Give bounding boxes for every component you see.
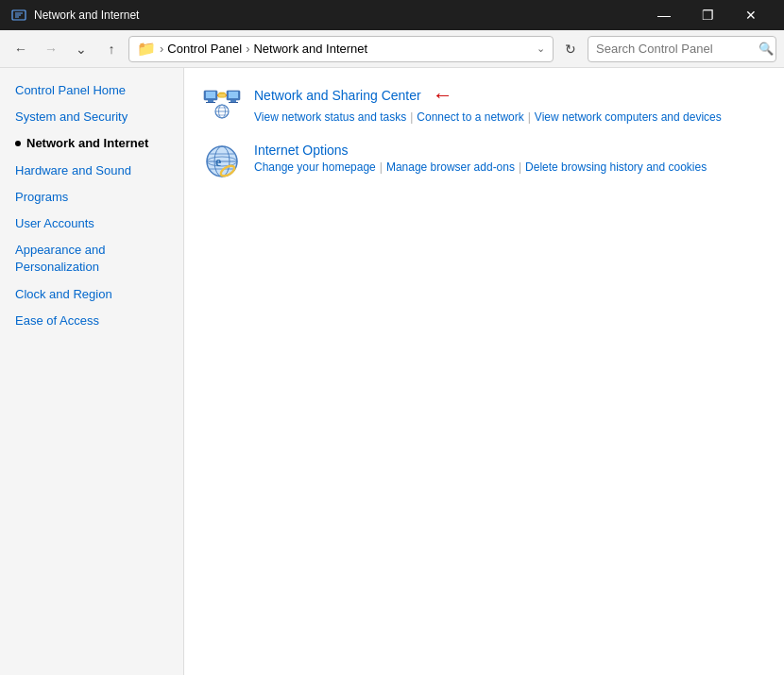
breadcrumb-control-panel[interactable]: Control Panel bbox=[167, 42, 242, 56]
window-controls: — ❐ ✕ bbox=[642, 0, 773, 30]
window-icon bbox=[11, 8, 26, 23]
internet-options-section: e Internet Options Change your homepage … bbox=[203, 143, 765, 180]
breadcrumb-separator-2: › bbox=[246, 42, 249, 56]
search-icon: 🔍 bbox=[758, 42, 774, 56]
sidebar-label: Control Panel Home bbox=[15, 82, 126, 99]
network-sharing-icon bbox=[203, 83, 241, 121]
content-area: Network and Sharing Center ← View networ… bbox=[184, 68, 784, 675]
search-box[interactable]: 🔍 bbox=[588, 36, 776, 62]
address-path[interactable]: 📁 › Control Panel › Network and Internet… bbox=[128, 36, 554, 62]
restore-button[interactable]: ❐ bbox=[686, 0, 729, 30]
breadcrumb-separator-1: › bbox=[160, 42, 163, 56]
sidebar-item-clock-region[interactable]: Clock and Region bbox=[0, 281, 183, 308]
sidebar-item-appearance[interactable]: Appearance and Personalization bbox=[0, 237, 183, 280]
sidebar-label: Appearance and Personalization bbox=[15, 242, 168, 276]
internet-options-links: Change your homepage | Manage browser ad… bbox=[254, 160, 765, 174]
sep-4: | bbox=[519, 160, 521, 174]
sidebar-item-control-panel-home[interactable]: Control Panel Home bbox=[0, 77, 183, 104]
title-bar: Network and Internet — ❐ ✕ bbox=[0, 0, 784, 30]
main-container: Control Panel Home System and Security N… bbox=[0, 68, 784, 675]
network-sharing-section: Network and Sharing Center ← View networ… bbox=[203, 83, 765, 124]
sidebar: Control Panel Home System and Security N… bbox=[0, 68, 184, 675]
dropdown-arrow[interactable]: ⌄ bbox=[537, 42, 545, 55]
sep-1: | bbox=[410, 110, 413, 124]
svg-rect-9 bbox=[229, 92, 238, 98]
breadcrumb-network-internet[interactable]: Network and Internet bbox=[253, 42, 367, 56]
search-input[interactable] bbox=[596, 42, 755, 56]
close-button[interactable]: ✕ bbox=[729, 0, 773, 30]
manage-addons-link[interactable]: Manage browser add-ons bbox=[386, 160, 515, 174]
svg-rect-5 bbox=[206, 92, 215, 98]
sidebar-label: Ease of Access bbox=[15, 312, 99, 329]
sidebar-item-programs[interactable]: Programs bbox=[0, 184, 183, 211]
sidebar-item-hardware-sound[interactable]: Hardware and Sound bbox=[0, 158, 183, 184]
forward-button[interactable]: → bbox=[38, 36, 64, 62]
back-button[interactable]: ← bbox=[8, 36, 34, 62]
minimize-button[interactable]: — bbox=[642, 0, 686, 30]
address-bar: ← → ⌄ ↑ 📁 › Control Panel › Network and … bbox=[0, 30, 784, 68]
delete-history-link[interactable]: Delete browsing history and cookies bbox=[525, 160, 707, 174]
sidebar-label: Programs bbox=[15, 189, 68, 206]
svg-rect-14 bbox=[218, 93, 226, 97]
svg-rect-10 bbox=[230, 100, 236, 102]
window-title: Network and Internet bbox=[34, 8, 642, 22]
sidebar-label: Clock and Region bbox=[15, 286, 112, 303]
sidebar-label: System and Security bbox=[15, 109, 128, 126]
change-homepage-link[interactable]: Change your homepage bbox=[254, 160, 376, 174]
red-arrow: ← bbox=[433, 83, 453, 108]
sidebar-item-ease-access[interactable]: Ease of Access bbox=[0, 308, 183, 334]
svg-rect-11 bbox=[229, 102, 238, 103]
sidebar-item-system-security[interactable]: System and Security bbox=[0, 104, 183, 130]
sep-3: | bbox=[380, 160, 383, 174]
refresh-button[interactable]: ↻ bbox=[557, 36, 584, 62]
sep-2: | bbox=[528, 110, 531, 124]
internet-options-content: Internet Options Change your homepage | … bbox=[254, 143, 765, 174]
sidebar-label: User Accounts bbox=[15, 215, 94, 232]
internet-options-title-text: Internet Options bbox=[254, 143, 349, 158]
folder-icon: 📁 bbox=[137, 40, 156, 58]
up-button[interactable]: ↑ bbox=[98, 36, 125, 62]
svg-rect-6 bbox=[208, 100, 213, 102]
sidebar-label: Network and Internet bbox=[26, 135, 148, 152]
active-bullet bbox=[15, 141, 21, 146]
connect-to-network-link[interactable]: Connect to a network bbox=[417, 110, 523, 124]
sidebar-item-network-internet: Network and Internet bbox=[0, 130, 183, 157]
view-computers-link[interactable]: View network computers and devices bbox=[535, 110, 722, 124]
sidebar-label: Hardware and Sound bbox=[15, 162, 131, 179]
network-sharing-title[interactable]: Network and Sharing Center ← bbox=[254, 83, 765, 108]
internet-options-icon: e bbox=[203, 143, 241, 180]
view-network-status-link[interactable]: View network status and tasks bbox=[254, 110, 406, 124]
svg-text:e: e bbox=[215, 155, 221, 169]
sidebar-item-user-accounts[interactable]: User Accounts bbox=[0, 211, 183, 237]
network-sharing-links: View network status and tasks | Connect … bbox=[254, 110, 765, 124]
recent-button[interactable]: ⌄ bbox=[68, 36, 94, 62]
internet-options-title[interactable]: Internet Options bbox=[254, 143, 765, 158]
network-sharing-title-text: Network and Sharing Center bbox=[254, 88, 421, 103]
svg-rect-7 bbox=[206, 102, 215, 103]
network-sharing-content: Network and Sharing Center ← View networ… bbox=[254, 83, 765, 124]
